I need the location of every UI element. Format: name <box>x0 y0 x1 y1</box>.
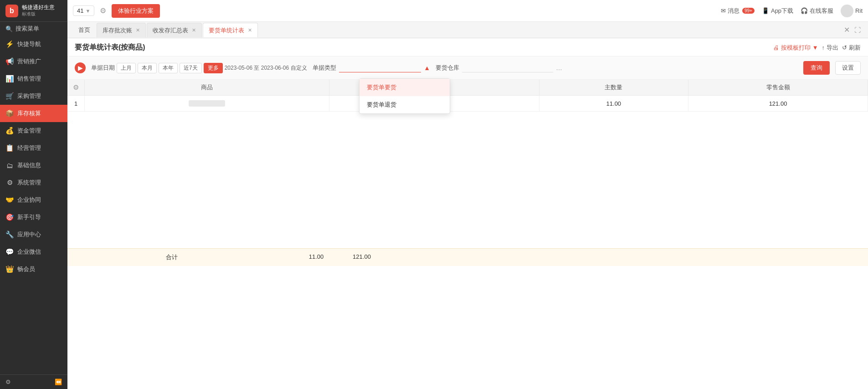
print-btn[interactable]: 🖨 按模板打印 ▼ <box>773 44 818 52</box>
filter-type-group: 单据类型 ▲ <box>313 63 430 72</box>
wechat-icon: 💬 <box>5 248 14 256</box>
quick-nav-icon: ⚡ <box>5 40 14 48</box>
filter-period-btns: 上月 本月 本年 近7天 更多 <box>117 63 223 73</box>
tab-home-label: 首页 <box>78 26 90 34</box>
tab-receipt-summary-close[interactable]: ✕ <box>192 27 196 33</box>
mobile-icon: 📱 <box>762 7 769 14</box>
sidebar-item-purchase[interactable]: 🛒 采购管理 <box>0 87 67 105</box>
query-btn[interactable]: 查询 <box>803 61 830 75</box>
type-input[interactable] <box>339 63 421 72</box>
tab-receipt-summary[interactable]: 收发存汇总表 ✕ <box>147 23 202 37</box>
cell-product <box>85 96 329 112</box>
sidebar-item-sales[interactable]: 📊 销售管理 <box>0 70 67 87</box>
table-settings-icon[interactable]: ⚙ <box>73 83 79 91</box>
user-menu[interactable]: Rit <box>841 5 863 17</box>
logo-sub: 标准版 <box>22 11 55 17</box>
page-content: 要货单统计表(按商品) 🖨 按模板打印 ▼ ↑ 导出 ↺ 刷新 ▶ <box>67 38 868 389</box>
collapse-btn[interactable]: ⏪ <box>55 379 62 385</box>
sidebar-search[interactable]: 🔍 搜索菜单 <box>0 22 67 36</box>
trial-btn[interactable]: 体验行业方案 <box>112 4 160 18</box>
sidebar-item-guide[interactable]: 🎯 新手引导 <box>0 209 67 226</box>
sidebar-item-label: 库存核算 <box>17 109 41 118</box>
filter-warehouse-group: 要货仓库 … <box>436 63 562 72</box>
app-download-btn[interactable]: 📱 App下载 <box>762 7 793 15</box>
period-btn-last-month[interactable]: 上月 <box>117 63 136 73</box>
sidebar-item-basic[interactable]: 🗂 基础信息 <box>0 157 67 174</box>
table-spacer <box>67 112 868 248</box>
sidebar-item-system[interactable]: ⚙ 系统管理 <box>0 174 67 191</box>
sidebar-item-label: 企业微信 <box>17 248 41 256</box>
finance-icon: 💰 <box>5 127 14 135</box>
company-value: 41 <box>77 7 83 14</box>
tab-order-stats[interactable]: 要货单统计表 ✕ <box>203 23 258 37</box>
expand-tabs-btn[interactable]: ⛶ <box>853 25 863 36</box>
sidebar-item-wechat[interactable]: 💬 企业微信 <box>0 243 67 261</box>
sidebar-item-label: 系统管理 <box>17 179 41 187</box>
tab-home[interactable]: 首页 <box>73 23 96 37</box>
avatar <box>841 5 853 17</box>
dropdown-item-return[interactable]: 要货单退货 <box>360 96 450 113</box>
dropdown-item-order[interactable]: 要货单要货 <box>360 79 450 96</box>
sidebar-item-marketing[interactable]: 📢 营销推广 <box>0 53 67 70</box>
sidebar-item-quick-nav[interactable]: ⚡ 快捷导航 <box>0 36 67 53</box>
refresh-icon: ↺ <box>842 44 847 51</box>
period-btn-more[interactable]: 更多 <box>204 63 223 73</box>
warehouse-more-icon[interactable]: … <box>556 64 562 72</box>
sidebar-nav: ⚡ 快捷导航 📢 营销推广 📊 销售管理 🛒 采购管理 📦 库存核算 💰 资金管… <box>0 36 67 374</box>
settings-filter-btn[interactable]: 设置 <box>835 61 861 75</box>
tab-inventory-batch-close[interactable]: ✕ <box>136 27 140 33</box>
sidebar-item-label: 采购管理 <box>17 92 41 100</box>
table-settings-header: ⚙ <box>67 80 85 96</box>
sidebar-item-inventory[interactable]: 📦 库存核算 <box>0 105 67 122</box>
message-label: 消息 <box>728 7 740 15</box>
guide-icon: 🎯 <box>5 213 14 221</box>
period-btn-7days[interactable]: 近7天 <box>180 63 202 73</box>
warehouse-input[interactable] <box>462 63 553 72</box>
export-btn[interactable]: ↑ 导出 <box>822 44 839 52</box>
tab-order-stats-close[interactable]: ✕ <box>248 27 252 33</box>
type-dropdown-icon[interactable]: ▲ <box>424 64 430 72</box>
logo: b 畅捷通好生意 标准版 <box>0 0 67 22</box>
tab-inventory-batch[interactable]: 库存批次账 ✕ <box>97 23 146 37</box>
sidebar-search-label: 搜索菜单 <box>15 25 39 33</box>
custom-date-btn[interactable]: 自定义 <box>291 64 307 72</box>
sidebar-item-label: 经营管理 <box>17 144 41 152</box>
sidebar-item-cooperation[interactable]: 🤝 企业协同 <box>0 191 67 209</box>
message-btn[interactable]: ✉ 消息 99+ <box>721 7 755 15</box>
col-amount: 零售金额 <box>688 80 868 96</box>
inventory-icon: 📦 <box>5 109 14 118</box>
period-btn-this-year[interactable]: 本年 <box>159 63 178 73</box>
sidebar-item-label: 快捷导航 <box>17 40 41 48</box>
sidebar-item-label: 资金管理 <box>17 127 41 135</box>
sales-icon: 📊 <box>5 75 14 83</box>
product-placeholder <box>189 100 225 107</box>
logo-icon: b <box>5 5 18 17</box>
cell-amount: 121.00 <box>688 96 868 112</box>
purchase-icon: 🛒 <box>5 92 14 100</box>
sidebar-item-finance[interactable]: 💰 资金管理 <box>0 122 67 139</box>
tab-bar: 首页 库存批次账 ✕ 收发存汇总表 ✕ 要货单统计表 ✕ ✕ ⛶ <box>67 22 868 38</box>
sidebar-item-appstore[interactable]: 🔧 应用中心 <box>0 226 67 243</box>
warehouse-label: 要货仓库 <box>436 64 459 72</box>
cooperation-icon: 🤝 <box>5 196 14 204</box>
sidebar-item-label: 畅会员 <box>17 265 35 273</box>
period-btn-this-month[interactable]: 本月 <box>138 63 157 73</box>
refresh-btn[interactable]: ↺ 刷新 <box>842 44 861 52</box>
tab-order-stats-label: 要货单统计表 <box>209 26 244 35</box>
table-container: ⚙ 商品 主计量单位 主数量 零售金额 1 <box>67 80 868 112</box>
sidebar-item-member[interactable]: 👑 畅会员 <box>0 261 67 278</box>
filter-expand-btn[interactable]: ▶ <box>75 62 86 73</box>
member-icon: 👑 <box>5 265 14 273</box>
topbar-settings-icon[interactable]: ⚙ <box>98 5 108 17</box>
settings-btn[interactable]: ⚙ <box>5 379 11 385</box>
sidebar-item-business[interactable]: 📋 经营管理 <box>0 139 67 157</box>
logo-text: 畅捷通好生意 <box>22 4 55 11</box>
col-product: 商品 <box>85 80 329 96</box>
online-service-btn[interactable]: 🎧 在线客服 <box>801 7 833 15</box>
app-download-label: App下载 <box>771 7 793 15</box>
company-selector[interactable]: 41 ▼ <box>73 5 94 16</box>
printer-icon: 🖨 <box>773 44 779 51</box>
total-qty: 11.00 <box>293 253 339 261</box>
close-all-tabs-btn[interactable]: ✕ <box>842 24 852 36</box>
user-name: Rit <box>855 7 863 14</box>
